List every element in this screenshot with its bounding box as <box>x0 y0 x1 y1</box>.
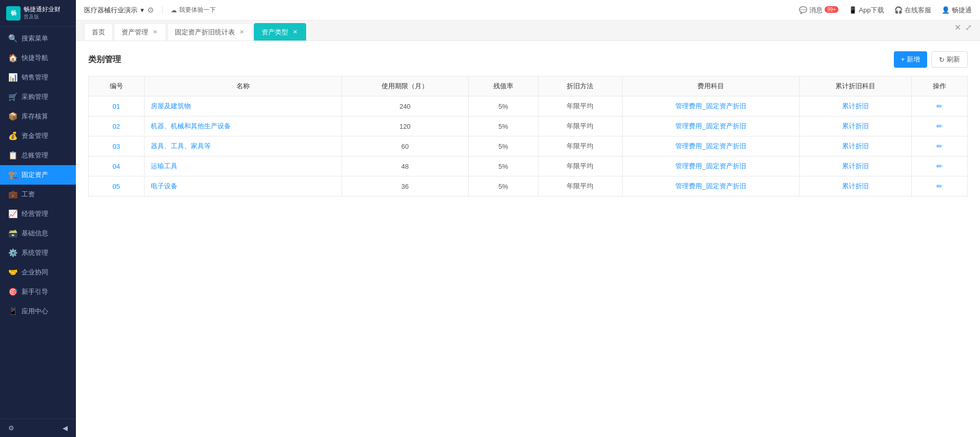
tab-close-1[interactable]: ✕ <box>151 29 158 36</box>
sidebar-item-9[interactable]: 📈经营管理 <box>0 204 76 224</box>
cell-name-3: 运输工具 <box>144 156 342 176</box>
sidebar-item-1[interactable]: 🏠快捷导航 <box>0 48 76 68</box>
cell-action-1: ✏ <box>912 116 968 136</box>
sidebar-item-13[interactable]: 🎯新手引导 <box>0 282 76 302</box>
sidebar-icon-0: 🔍 <box>8 34 17 43</box>
col-header-2: 使用期限（月） <box>342 76 468 96</box>
messages-btn[interactable]: 💬 消息 99+ <box>799 6 838 15</box>
maximize-window-btn[interactable]: ⤢ <box>965 23 972 32</box>
sidebar-footer: ⚙ ◀ <box>0 419 76 437</box>
cell-accum-4: 累计折旧 <box>799 176 912 196</box>
cell-residual-4: 5% <box>468 176 538 196</box>
cell-residual-2: 5% <box>468 136 538 156</box>
edit-btn-0[interactable]: ✏ <box>936 102 943 110</box>
user-btn[interactable]: 👤 畅捷通 <box>942 6 972 15</box>
cell-method-0: 年限平均 <box>538 96 622 116</box>
sidebar-nav: 🔍搜索菜单🏠快捷导航📊销售管理🛒采购管理📦库存核算💰资金管理📋总账管理🏗️固定资… <box>0 27 76 419</box>
window-controls: ✕ ⤢ <box>954 23 972 32</box>
close-window-btn[interactable]: ✕ <box>954 23 961 32</box>
cell-action-2: ✏ <box>912 136 968 156</box>
sidebar-item-12[interactable]: 🤝企业协同 <box>0 263 76 282</box>
cell-period-2: 60 <box>342 136 468 156</box>
cell-id-2: 03 <box>89 136 145 156</box>
tab-2[interactable]: 固定资产折旧统计表✕ <box>167 23 253 41</box>
col-header-0: 编号 <box>89 76 145 96</box>
sidebar-item-5[interactable]: 💰资金管理 <box>0 126 76 146</box>
cell-period-3: 48 <box>342 156 468 176</box>
tab-1[interactable]: 资产管理✕ <box>114 23 166 41</box>
cell-expense-4: 管理费用_固定资产折旧 <box>622 176 799 196</box>
customer-service-label: 在线客服 <box>905 6 931 15</box>
refresh-icon: ↻ <box>939 56 945 64</box>
sidebar: 畅 畅捷通好业财 普及版 🔍搜索菜单🏠快捷导航📊销售管理🛒采购管理📦库存核算💰资… <box>0 0 76 437</box>
cell-accum-1: 累计折旧 <box>799 116 912 136</box>
cell-name-2: 器具、工具、家具等 <box>144 136 342 156</box>
refresh-button[interactable]: ↻ 刷新 <box>931 51 968 68</box>
col-header-4: 折旧方法 <box>538 76 622 96</box>
topbar-experience[interactable]: ☁ 我要体验一下 <box>171 6 216 14</box>
sidebar-icon-6: 📋 <box>8 151 17 160</box>
table-header: 编号名称使用期限（月）残值率折旧方法费用科目累计折旧科目操作 <box>89 76 968 96</box>
sidebar-label-2: 销售管理 <box>22 73 48 82</box>
tab-label-0: 首页 <box>92 28 105 37</box>
sidebar-item-8[interactable]: 💼工资 <box>0 185 76 204</box>
edit-btn-1[interactable]: ✏ <box>936 122 943 130</box>
sidebar-label-5: 资金管理 <box>22 131 48 141</box>
sidebar-item-14[interactable]: 📱应用中心 <box>0 302 76 321</box>
sidebar-label-0: 搜索菜单 <box>22 34 48 43</box>
page-title: 类别管理 <box>88 54 121 65</box>
topbar-dropdown-icon[interactable]: ▾ <box>141 6 144 14</box>
topbar-settings-icon[interactable]: ⚙ <box>147 6 154 15</box>
cell-expense-2: 管理费用_固定资产折旧 <box>622 136 799 156</box>
cell-id-0: 01 <box>89 96 145 116</box>
cell-accum-3: 累计折旧 <box>799 156 912 176</box>
sidebar-label-9: 经营管理 <box>22 209 48 218</box>
edit-btn-2[interactable]: ✏ <box>936 142 943 150</box>
sidebar-icon-1: 🏠 <box>8 53 17 63</box>
sidebar-icon-7: 🏗️ <box>8 170 17 180</box>
edit-btn-4[interactable]: ✏ <box>936 182 943 190</box>
col-header-7: 操作 <box>912 76 968 96</box>
sidebar-label-4: 库存核算 <box>22 112 48 121</box>
tab-label-1: 资产管理 <box>122 28 148 37</box>
sidebar-item-3[interactable]: 🛒采购管理 <box>0 87 76 107</box>
cell-method-2: 年限平均 <box>538 136 622 156</box>
topbar-right: 💬 消息 99+ 📱 App下载 🎧 在线客服 👤 畅捷通 <box>799 6 972 15</box>
main-area: 医疗器械行业演示 ▾ ⚙ ☁ 我要体验一下 💬 消息 99+ 📱 App下载 🎧… <box>76 0 980 437</box>
sidebar-label-1: 快捷导航 <box>22 53 48 63</box>
header-actions: + 新增 ↻ 刷新 <box>894 51 968 68</box>
tab-0[interactable]: 首页 <box>84 23 113 41</box>
tab-close-2[interactable]: ✕ <box>238 29 245 36</box>
sidebar-label-14: 应用中心 <box>22 307 48 316</box>
table-row: 03 器具、工具、家具等 60 5% 年限平均 管理费用_固定资产折旧 累计折旧… <box>89 136 968 156</box>
app-sub: 普及版 <box>24 13 61 21</box>
edit-btn-3[interactable]: ✏ <box>936 162 943 170</box>
sidebar-item-10[interactable]: 🗃️基础信息 <box>0 224 76 243</box>
topbar-app-title: 医疗器械行业演示 <box>84 6 137 15</box>
tab-3[interactable]: 资产类型✕ <box>254 23 306 41</box>
tabbar: ✕ ⤢ 首页资产管理✕固定资产折旧统计表✕资产类型✕ <box>76 21 980 41</box>
customer-service-btn[interactable]: 🎧 在线客服 <box>894 6 931 15</box>
sidebar-item-7[interactable]: 🏗️固定资产 <box>0 165 76 185</box>
cell-period-1: 120 <box>342 116 468 136</box>
tab-close-3[interactable]: ✕ <box>291 29 298 36</box>
collapse-icon[interactable]: ◀ <box>63 424 68 432</box>
sidebar-label-3: 采购管理 <box>22 92 48 102</box>
topbar-title: 医疗器械行业演示 ▾ ⚙ <box>84 6 154 15</box>
sidebar-item-6[interactable]: 📋总账管理 <box>0 146 76 165</box>
logo-icon: 畅 <box>6 6 21 21</box>
user-label: 畅捷通 <box>952 6 972 15</box>
sidebar-icon-11: ⚙️ <box>8 248 17 257</box>
cell-period-4: 36 <box>342 176 468 196</box>
cell-method-4: 年限平均 <box>538 176 622 196</box>
sidebar-item-0[interactable]: 🔍搜索菜单 <box>0 29 76 48</box>
app-name: 畅捷通好业财 <box>24 6 61 14</box>
sidebar-item-11[interactable]: ⚙️系统管理 <box>0 243 76 263</box>
app-download-btn[interactable]: 📱 App下载 <box>849 6 884 15</box>
sidebar-item-4[interactable]: 📦库存核算 <box>0 107 76 126</box>
sidebar-icon-14: 📱 <box>8 307 17 316</box>
sidebar-label-8: 工资 <box>22 190 35 199</box>
sidebar-item-2[interactable]: 📊销售管理 <box>0 68 76 87</box>
settings-icon[interactable]: ⚙ <box>8 424 14 432</box>
new-button[interactable]: + 新增 <box>894 51 927 68</box>
